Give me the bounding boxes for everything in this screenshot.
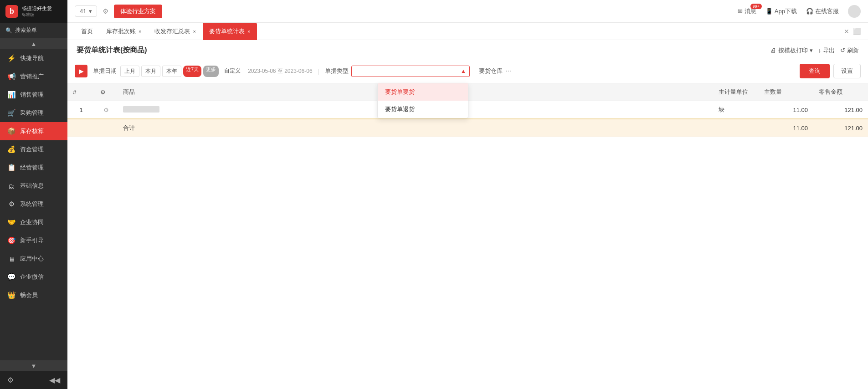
sidebar: b 畅捷通好生意 标准版 🔍 搜索菜单 ▲ ⚡ 快捷导航 📢 营销推广 📊 销售… <box>0 0 67 389</box>
type-filter-group: 单据类型 ▲ <box>325 66 470 77</box>
scroll-down-btn[interactable]: ▼ <box>0 360 67 371</box>
sidebar-item-label: 新手引导 <box>20 236 44 245</box>
sidebar-item-label: 快捷导航 <box>20 54 44 62</box>
tab-home[interactable]: 首页 <box>75 23 100 40</box>
logo-text: 畅捷通好生意 标准版 <box>22 5 52 18</box>
custom-date-btn[interactable]: 自定义 <box>221 66 244 77</box>
tab-order-stats-label: 要货单统计表 <box>209 27 245 36</box>
sidebar-item-sales[interactable]: 📊 销售管理 <box>0 86 67 104</box>
type-input-wrap: ▲ <box>351 66 470 77</box>
sidebar-item-guide[interactable]: 🎯 新手引导 <box>0 231 67 250</box>
sidebar-item-enterprise[interactable]: 🤝 企业协同 <box>0 213 67 231</box>
type-input[interactable] <box>351 66 470 77</box>
tab-inventory-batch[interactable]: 库存批次账 × <box>100 23 148 40</box>
tab-order-stats[interactable]: 要货单统计表 × <box>203 23 257 40</box>
scroll-up-btn[interactable]: ▲ <box>0 38 67 49</box>
col-unit: 主计量单位 <box>713 83 759 101</box>
sidebar-item-inventory[interactable]: 📦 库存核算 <box>0 122 67 140</box>
sidebar-item-purchase[interactable]: 🛒 采购管理 <box>0 104 67 122</box>
maximize-icon[interactable]: ⬜ <box>853 28 861 35</box>
refresh-icon: ↺ <box>840 47 845 54</box>
sidebar-item-app-center[interactable]: 🖥 应用中心 <box>0 250 67 268</box>
settings-icon[interactable]: ⚙ <box>7 376 14 384</box>
sidebar-item-weixin[interactable]: 💬 企业微信 <box>0 268 67 286</box>
col-num: # <box>67 83 95 101</box>
date-btns: 上月 本月 本年 近7天 更多 自定义 <box>120 66 244 77</box>
filter-separator: | <box>318 68 319 75</box>
tabs-right: ✕ ⬜ <box>844 28 861 35</box>
sidebar-item-base-info[interactable]: 🗂 基础信息 <box>0 177 67 195</box>
filter-expand-btn[interactable]: ▶ <box>75 65 87 77</box>
phone-icon: 📱 <box>765 8 773 15</box>
headset-icon: 🎧 <box>806 8 813 15</box>
topbar-right: ✉ 消息 99+ 📱 App下载 🎧 在线客服 <box>738 5 861 18</box>
sidebar-item-operation[interactable]: 📋 经营管理 <box>0 159 67 177</box>
tab-order-stats-close[interactable]: × <box>247 29 250 34</box>
dropdown-item-order-return[interactable]: 要货单退货 <box>378 101 468 118</box>
tabs-bar: 首页 库存批次账 × 收发存汇总表 × 要货单统计表 × ✕ ⬜ <box>67 23 868 40</box>
settings-button[interactable]: 设置 <box>833 64 861 78</box>
sidebar-item-vip[interactable]: 👑 畅会员 <box>0 286 67 304</box>
type-dropdown-overlay: 要货单要货 要货单退货 <box>377 83 468 118</box>
sidebar-nav: ⚡ 快捷导航 📢 营销推广 📊 销售管理 🛒 采购管理 📦 库存核算 💰 资金管… <box>0 49 67 360</box>
sidebar-item-system[interactable]: ⚙ 系统管理 <box>0 195 67 213</box>
tab-receivables-close[interactable]: × <box>193 29 195 34</box>
enterprise-icon: 🤝 <box>7 218 15 226</box>
avatar[interactable] <box>848 5 861 18</box>
row-gear-icon[interactable]: ⚙ <box>103 107 109 113</box>
warehouse-label: 要货仓库 <box>479 67 503 75</box>
prev-month-btn[interactable]: 上月 <box>120 66 139 77</box>
type-label: 单据类型 <box>325 67 349 75</box>
sidebar-item-label: 企业协同 <box>20 218 44 226</box>
weixin-icon: 💬 <box>7 273 15 281</box>
recent-badge[interactable]: 近7天 <box>183 66 201 77</box>
sidebar-item-label: 库存核算 <box>20 127 44 135</box>
promo-button[interactable]: 体验行业方案 <box>114 5 162 18</box>
table-foot: 合计 11.00 121.00 <box>67 119 868 137</box>
sidebar-item-label: 畅会员 <box>20 291 38 299</box>
collapse-icon[interactable]: ◀◀ <box>49 376 60 384</box>
sidebar-item-label: 基础信息 <box>20 182 44 190</box>
row-num: 1 <box>67 101 95 119</box>
dropdown-item-order-goods[interactable]: 要货单要货 <box>378 83 468 101</box>
tab-inventory-batch-close[interactable]: × <box>139 29 141 34</box>
base-info-icon: 🗂 <box>7 182 15 190</box>
search-menu[interactable]: 🔍 搜索菜单 <box>0 23 67 38</box>
system-icon: ⚙ <box>7 200 15 208</box>
sidebar-item-finance[interactable]: 💰 资金管理 <box>0 140 67 159</box>
tab-receivables-summary[interactable]: 收发存汇总表 × <box>148 23 202 40</box>
main-card: 要货单统计表(按商品) 🖨 按模板打印 ▾ ↓ 导出 ↺ 刷新 <box>67 40 868 389</box>
notification-btn[interactable]: ✉ 消息 99+ <box>738 7 756 15</box>
type-dropdown-chevron-icon[interactable]: ▲ <box>461 68 466 74</box>
print-template-btn[interactable]: 🖨 按模板打印 ▾ <box>770 46 813 55</box>
more-badge[interactable]: 更多 <box>203 66 219 77</box>
finance-icon: 💰 <box>7 145 15 154</box>
year-btn[interactable]: 本年 <box>162 66 181 77</box>
topbar-gear-icon[interactable]: ⚙ <box>103 7 108 15</box>
col-settings-icon[interactable]: ⚙ <box>95 83 118 101</box>
export-btn[interactable]: ↓ 导出 <box>818 46 835 55</box>
vip-icon: 👑 <box>7 291 15 299</box>
refresh-btn[interactable]: ↺ 刷新 <box>840 46 859 55</box>
sidebar-item-label: 应用中心 <box>20 255 44 263</box>
app-logo: b 畅捷通好生意 标准版 <box>0 0 67 23</box>
curr-month-btn[interactable]: 本月 <box>141 66 160 77</box>
bell-icon: ✉ <box>738 8 743 15</box>
col-qty: 主数量 <box>759 83 813 101</box>
sidebar-item-marketing[interactable]: 📢 营销推广 <box>0 67 67 86</box>
query-button[interactable]: 查询 <box>800 64 830 78</box>
sidebar-item-label: 采购管理 <box>20 109 44 117</box>
total-amount: 121.00 <box>813 119 868 137</box>
online-service-btn[interactable]: 🎧 在线客服 <box>806 7 839 15</box>
close-window-icon[interactable]: ✕ <box>844 28 849 35</box>
inventory-icon: 📦 <box>7 127 15 135</box>
notification-badge: 99+ <box>750 4 762 9</box>
warehouse-more-icon[interactable]: ··· <box>505 67 511 75</box>
sidebar-item-quick-nav[interactable]: ⚡ 快捷导航 <box>0 49 67 67</box>
total-label: 合计 <box>118 119 713 137</box>
row-settings-icon[interactable]: ⚙ <box>95 101 118 119</box>
sidebar-item-label: 营销推广 <box>20 72 44 81</box>
app-download-btn[interactable]: 📱 App下载 <box>765 7 797 15</box>
filter-bar: ▶ 单据日期 上月 本月 本年 近7天 更多 自定义 2023-05-06 至 … <box>67 59 868 83</box>
tenant-dropdown[interactable]: 41 ▾ <box>75 5 97 17</box>
